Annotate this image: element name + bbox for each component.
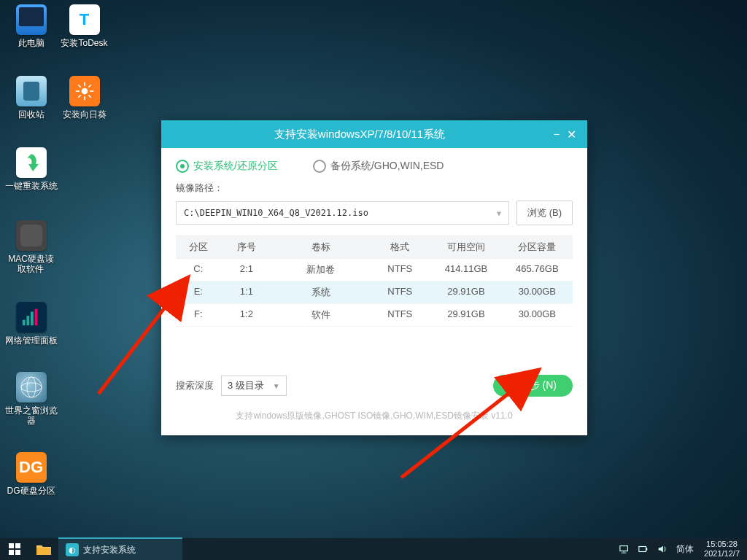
radio-unchecked-icon — [313, 160, 326, 173]
svg-line-7 — [78, 95, 81, 98]
desktop-icon-dg-partition[interactable]: DG DG硬盘分区 — [4, 452, 58, 496]
table-cell: 465.76GB — [502, 259, 573, 281]
table-cell: 30.00GB — [502, 281, 573, 303]
minimize-button[interactable]: － — [549, 127, 564, 142]
table-cell: 1:1 — [221, 281, 273, 303]
window-titlebar: 支持安装windowsXP/7/8/10/11系统 － ✕ — [161, 120, 587, 148]
tray-date: 2021/12/7 — [704, 549, 740, 559]
desktop-icon-recycle-bin[interactable]: 回收站 — [4, 76, 58, 120]
icon-label: 安装ToDesk — [61, 38, 107, 48]
mode-install-radio[interactable]: 安装系统/还原分区 — [176, 160, 278, 173]
svg-line-5 — [78, 85, 81, 88]
mode-backup-label: 备份系统/GHO,WIN,ESD — [330, 160, 444, 173]
tray-network-icon[interactable] — [619, 544, 630, 554]
taskbar: ◐ 支持安装系统 简体 15:05:28 2021/12/7 — [0, 538, 747, 560]
search-depth-value: 3 级目录 — [228, 379, 264, 392]
image-path-dropdown[interactable]: C:\DEEPIN_WIN10_X64_Q8_V2021.12.iso ▼ — [176, 201, 509, 225]
svg-rect-21 — [15, 550, 20, 555]
svg-rect-27 — [646, 548, 648, 551]
reinstall-icon — [16, 147, 47, 178]
table-cell: 1:2 — [221, 304, 273, 326]
svg-point-14 — [21, 383, 42, 392]
svg-rect-23 — [620, 546, 628, 551]
table-row[interactable]: E:1:1系统NTFS29.91GB30.00GB — [176, 281, 573, 304]
mode-backup-radio[interactable]: 备份系统/GHO,WIN,ESD — [313, 160, 444, 173]
tray-clock[interactable]: 15:05:28 2021/12/7 — [703, 540, 744, 559]
icon-label: 安装向日葵 — [63, 109, 107, 120]
chevron-down-icon: ▼ — [273, 382, 280, 390]
svg-rect-12 — [34, 309, 37, 326]
desktop-icon-mac-disk-reader[interactable]: MAC硬盘读 取软件 — [4, 220, 58, 274]
icon-label: DG硬盘分区 — [7, 486, 55, 496]
table-header: 分区 序号 卷标 格式 可用空间 分区容量 — [176, 236, 573, 259]
th-free: 可用空间 — [430, 236, 501, 258]
svg-rect-20 — [9, 550, 14, 555]
tray-time: 15:05:28 — [706, 540, 738, 549]
desktop-icon-this-pc[interactable]: 此电脑 — [4, 4, 58, 48]
tray-battery-icon[interactable] — [638, 544, 649, 554]
svg-rect-18 — [9, 543, 14, 548]
table-cell: E: — [176, 281, 221, 303]
table-row[interactable]: C:2:1新加卷NTFS414.11GB465.76GB — [176, 259, 573, 281]
svg-line-6 — [88, 95, 91, 98]
installer-task-icon: ◐ — [66, 543, 79, 556]
table-cell: C: — [176, 259, 221, 281]
table-cell: 29.91GB — [430, 281, 501, 303]
image-path-label: 镜像路径： — [161, 177, 587, 201]
svg-rect-26 — [639, 547, 646, 552]
th-index: 序号 — [221, 236, 273, 258]
svg-rect-22 — [36, 548, 51, 555]
table-cell: 29.91GB — [430, 304, 501, 326]
table-cell: NTFS — [369, 259, 430, 281]
svg-rect-9 — [22, 320, 25, 326]
desktop-icon-todesk[interactable]: T 安装ToDesk — [57, 4, 112, 48]
table-cell: 2:1 — [221, 259, 273, 281]
browse-button[interactable]: 浏览 (B) — [516, 201, 573, 225]
tray-volume-icon[interactable] — [657, 544, 667, 554]
table-cell: F: — [176, 304, 221, 326]
tray-ime-label[interactable]: 简体 — [676, 543, 694, 556]
search-depth-select[interactable]: 3 级目录 ▼ — [221, 376, 287, 396]
close-button[interactable]: ✕ — [564, 128, 578, 141]
window-title: 支持安装windowsXP/7/8/10/11系统 — [170, 128, 549, 141]
partition-table: 分区 序号 卷标 格式 可用空间 分区容量 C:2:1新加卷NTFS414.11… — [176, 236, 573, 365]
svg-rect-11 — [31, 312, 34, 326]
icon-label: 回收站 — [18, 109, 44, 120]
desktop-icon-world-window-browser[interactable]: 世界之窗浏览 器 — [4, 372, 58, 426]
taskbar-task-installer[interactable]: ◐ 支持安装系统 — [58, 537, 182, 560]
todesk-icon: T — [69, 4, 100, 35]
icon-label: 世界之窗浏览 器 — [5, 405, 58, 426]
svg-point-15 — [27, 377, 36, 397]
svg-rect-19 — [15, 543, 20, 548]
sunflower-icon — [69, 76, 100, 106]
table-cell: NTFS — [369, 304, 430, 326]
svg-rect-10 — [26, 316, 29, 325]
desktop-icon-network-panel[interactable]: 网络管理面板 — [4, 302, 58, 346]
chevron-down-icon: ▼ — [497, 209, 501, 217]
table-row[interactable]: F:1:2软件NTFS29.91GB30.00GB — [176, 304, 573, 327]
desktop-icon-onekey-reinstall[interactable]: 一键重装系统 — [4, 147, 58, 191]
taskbar-task-label: 支持安装系统 — [83, 544, 136, 556]
svg-line-8 — [88, 85, 91, 88]
icon-label: 一键重装系统 — [5, 181, 58, 191]
icon-label: MAC硬盘读 取软件 — [8, 254, 54, 274]
th-partition: 分区 — [176, 236, 221, 258]
table-cell: 414.11GB — [430, 259, 501, 281]
svg-point-0 — [81, 88, 88, 95]
table-cell: NTFS — [369, 281, 430, 303]
mode-install-label: 安装系统/还原分区 — [193, 160, 278, 173]
globe-icon — [16, 372, 47, 402]
image-path-value: C:\DEEPIN_WIN10_X64_Q8_V2021.12.iso — [184, 208, 368, 218]
file-explorer-button[interactable] — [29, 538, 58, 560]
system-tray: 简体 15:05:28 2021/12/7 — [615, 538, 747, 560]
computer-icon — [16, 4, 47, 35]
search-depth-label: 搜索深度 — [176, 379, 214, 392]
icon-label: 此电脑 — [18, 38, 44, 48]
support-footer-text: 支持windows原版镜像,GHOST ISO镜像,GHO,WIM,ESD镜像安… — [161, 402, 587, 435]
table-cell: 系统 — [272, 281, 369, 303]
next-button[interactable]: 下一步 (N) — [493, 375, 573, 397]
table-cell: 新加卷 — [272, 259, 369, 281]
th-format: 格式 — [369, 236, 430, 258]
desktop-icon-sunlogin[interactable]: 安装向日葵 — [57, 76, 112, 120]
start-button[interactable] — [0, 538, 29, 560]
